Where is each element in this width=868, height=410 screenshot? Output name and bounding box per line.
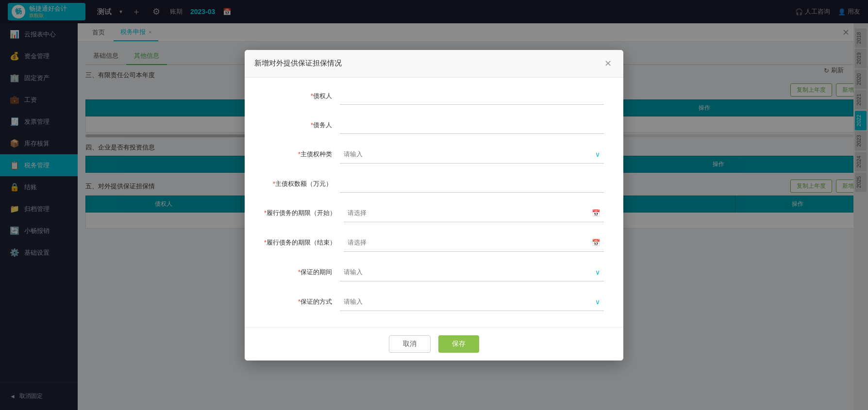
form-row-claim-type: *主债权种类 ∨ (264, 146, 604, 164)
required-mark-guarantee-method: * (298, 298, 300, 305)
modal-close-button[interactable]: ✕ (602, 58, 614, 69)
required-mark-period-start: * (264, 209, 267, 216)
modal-dialog: 新增对外提供保证担保情况 ✕ *债权人 *债务人 *主债权种类 (245, 50, 623, 361)
dropdown-guarantee-method-icon[interactable]: ∨ (595, 298, 604, 306)
input-claim-amount[interactable] (340, 175, 604, 193)
input-guarantee-method[interactable] (340, 293, 595, 311)
form-row-debtor: *债务人 (264, 116, 604, 134)
input-creditor[interactable] (340, 87, 604, 105)
required-mark-claim-type: * (298, 150, 300, 158)
calendar-period-end-icon[interactable]: 📅 (592, 239, 604, 246)
input-debtor[interactable] (340, 116, 604, 134)
label-claim-amount: *主债权数额（万元） (264, 180, 332, 188)
required-mark-guarantee-period: * (298, 268, 300, 276)
modal-header: 新增对外提供保证担保情况 ✕ (245, 50, 623, 78)
label-guarantee-method: *保证的方式 (264, 297, 332, 306)
label-debtor: *债务人 (264, 121, 332, 130)
input-period-start[interactable] (344, 204, 592, 222)
label-creditor: *债权人 (264, 92, 332, 100)
select-wrap-claim-type: ∨ (340, 146, 604, 164)
input-guarantee-period[interactable] (340, 263, 595, 281)
required-mark-debtor: * (311, 121, 313, 129)
label-claim-type: *主债权种类 (264, 150, 332, 159)
modal-overlay: 新增对外提供保证担保情况 ✕ *债权人 *债务人 *主债权种类 (0, 0, 868, 410)
modal-title: 新增对外提供保证担保情况 (254, 59, 342, 68)
form-row-guarantee-method: *保证的方式 ∨ (264, 293, 604, 311)
modal-footer: 取消 保存 (245, 327, 623, 361)
save-button[interactable]: 保存 (438, 335, 479, 353)
form-row-guarantee-period: *保证的期间 ∨ (264, 263, 604, 281)
label-period-start: *履行债务的期限（开始） (264, 209, 336, 217)
input-period-end[interactable] (344, 234, 592, 251)
modal-body: *债权人 *债务人 *主债权种类 ∨ (245, 78, 623, 327)
select-wrap-guarantee-period: ∨ (340, 263, 604, 281)
form-row-period-end: *履行债务的期限（结束） 📅 (264, 234, 604, 252)
select-wrap-guarantee-method: ∨ (340, 293, 604, 311)
cancel-button[interactable]: 取消 (389, 335, 431, 353)
form-row-creditor: *债权人 (264, 87, 604, 105)
form-row-period-start: *履行债务的期限（开始） 📅 (264, 204, 604, 222)
dropdown-guarantee-period-icon[interactable]: ∨ (595, 268, 604, 276)
required-mark-period-end: * (264, 239, 267, 246)
required-mark-creditor: * (311, 92, 313, 99)
label-guarantee-period: *保证的期间 (264, 268, 332, 277)
dropdown-claim-type-icon[interactable]: ∨ (595, 150, 604, 158)
required-mark-claim-amount: * (273, 180, 275, 187)
date-wrap-period-end: 📅 (344, 234, 604, 252)
date-wrap-period-start: 📅 (344, 204, 604, 222)
label-period-end: *履行债务的期限（结束） (264, 238, 336, 247)
calendar-period-start-icon[interactable]: 📅 (592, 209, 604, 217)
input-claim-type[interactable] (340, 146, 595, 163)
form-row-claim-amount: *主债权数额（万元） (264, 175, 604, 193)
